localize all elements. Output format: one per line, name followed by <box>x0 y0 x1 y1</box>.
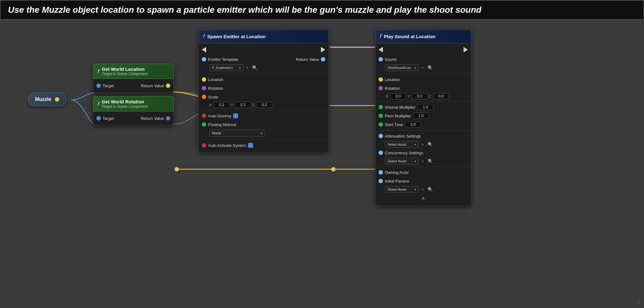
emitter-dropdown-arrow: ▾ <box>239 66 241 70</box>
spawn-location-pin[interactable] <box>202 77 206 82</box>
sound-location-pin[interactable] <box>379 77 383 82</box>
spawn-scale-z-label: Z <box>252 103 255 107</box>
sound-rot-z[interactable] <box>433 93 449 99</box>
spawn-autodestroy-label: Auto Destroy <box>208 114 231 118</box>
sound-volume-label: Volume Multiplier <box>385 105 415 110</box>
spawn-autoactivate-label: Auto Activate System <box>208 143 246 148</box>
spawn-autoactivate-pin[interactable] <box>202 143 206 147</box>
sound-owning-pin[interactable] <box>379 170 383 174</box>
attenuation-search-btn[interactable]: 🔍 <box>426 141 434 147</box>
gwr-f-icon: f <box>98 101 99 107</box>
spawn-scale-row: Scale <box>199 93 328 101</box>
sound-rotation-values: X Y Z <box>375 93 471 100</box>
pooling-dropdown[interactable]: None ▾ <box>209 129 265 137</box>
sound-f-icon: f <box>380 34 381 39</box>
spawn-exec-out[interactable] <box>321 47 325 52</box>
spawn-emitter-pin[interactable] <box>202 57 206 61</box>
emitter-dropdown[interactable]: P_Explosion1 ▾ <box>209 64 243 71</box>
spawn-rotation-row: Rotation <box>199 84 328 93</box>
sound-rotation-label: Rotation <box>385 86 400 91</box>
sound-pitch-row: Pitch Multiplier <box>375 111 471 120</box>
sound-params-pin[interactable] <box>379 179 383 183</box>
sound-exec-out[interactable] <box>464 47 468 52</box>
gwl-header: f Get World Location Target is Scene Com… <box>93 64 174 79</box>
gwr-return-label: Return Value <box>141 116 164 121</box>
muzzle-node[interactable]: Muzzle <box>28 93 66 106</box>
emitter-search-btn[interactable]: 🔍 <box>251 65 259 71</box>
sound-pitch-input[interactable] <box>413 113 429 119</box>
concurrency-dropdown[interactable]: Select Asset ▾ <box>385 158 419 165</box>
gwl-target-label: Target <box>103 84 114 88</box>
sound-pitch-pin[interactable] <box>379 114 383 118</box>
attenuation-arrow: ▾ <box>415 143 416 146</box>
pooling-arrow: ▾ <box>261 132 262 135</box>
sound-start-row: Start Time <box>375 120 471 129</box>
sound-owning-label: Owning Actor <box>385 170 409 175</box>
sound-attenuation-pin[interactable] <box>379 134 383 138</box>
sound-concurrency-label: Concurrency Settings <box>385 151 423 155</box>
sound-volume-input[interactable] <box>417 104 433 110</box>
sound-concurrency-asset-row: Select Asset ▾ + 🔍 <box>375 157 471 165</box>
spawn-autoactivate-row: Auto Activate System ✓ <box>199 141 328 150</box>
sound-rotation-pin[interactable] <box>379 86 383 90</box>
spawn-autodestroy-checkbox[interactable]: ✓ <box>233 113 238 118</box>
gwr-target-row: Target Return Value <box>93 114 173 123</box>
spawn-rotation-pin[interactable] <box>202 86 206 90</box>
params-search-btn[interactable]: 🔍 <box>426 186 434 192</box>
spawn-node: f Spawn Emitter at Location Emitter Temp… <box>198 29 329 152</box>
spawn-emitter-label: Emitter Template <box>208 57 238 62</box>
sound-body: Sound ShotSoundCue ▾ + 🔍 Location Rotati… <box>375 43 471 206</box>
sound-pitch-label: Pitch Multiplier <box>385 114 411 118</box>
spawn-scale-z[interactable] <box>256 102 272 108</box>
gwl-return-label: Return Value <box>141 84 164 88</box>
gwl-return-pin[interactable] <box>166 84 170 88</box>
spawn-pooling-pin[interactable] <box>202 122 206 127</box>
sound-concurrency-pin[interactable] <box>379 151 383 155</box>
params-dropdown[interactable]: Select Asset ▾ <box>385 186 419 193</box>
spawn-scale-x[interactable] <box>213 102 229 108</box>
gwl-title: Get World Location <box>102 66 148 72</box>
gwl-target-row: Target Return Value <box>93 81 173 90</box>
spawn-scale-label: Scale <box>208 95 218 99</box>
sound-start-input[interactable] <box>405 121 421 128</box>
spawn-autodestroy-pin[interactable] <box>202 114 206 118</box>
spawn-scale-x-label: X <box>209 103 211 107</box>
params-add-btn[interactable]: + <box>420 186 425 192</box>
sound-start-pin[interactable] <box>379 122 383 127</box>
gwl-subtitle: Target is Scene Component <box>102 72 148 76</box>
attenuation-add-btn[interactable]: + <box>420 141 425 147</box>
sound-collapse-btn[interactable]: ∧ <box>421 195 425 201</box>
svg-point-1 <box>331 167 335 171</box>
concurrency-search-btn[interactable]: 🔍 <box>426 158 434 164</box>
params-arrow: ▾ <box>415 188 416 191</box>
sound-rot-y[interactable] <box>412 93 428 99</box>
gwr-return-pin[interactable] <box>166 116 170 120</box>
sound-params-row: Initial Params <box>375 177 471 185</box>
sound-rot-x-label: X <box>386 94 388 98</box>
attenuation-dropdown[interactable]: Select Asset ▾ <box>385 141 419 148</box>
title-text: Use the Muzzle object location to spawn … <box>8 5 482 15</box>
spawn-scale-y[interactable] <box>235 102 251 108</box>
sound-exec-in[interactable] <box>379 47 383 52</box>
spawn-autoactivate-checkbox[interactable]: ✓ <box>248 143 253 148</box>
sound-attenuation-asset-row: Select Asset ▾ + 🔍 <box>375 140 471 148</box>
sound-exec-row <box>375 46 471 54</box>
sound-volume-pin[interactable] <box>379 105 383 109</box>
sound-sound-pin[interactable] <box>379 57 383 61</box>
gwr-header: f Get World Rotation Target is Scene Com… <box>93 96 174 111</box>
gwr-target-pin[interactable] <box>96 116 101 120</box>
sound-add-btn[interactable]: + <box>420 65 425 71</box>
concurrency-add-btn[interactable]: + <box>420 158 425 164</box>
spawn-exec-in[interactable] <box>202 47 206 52</box>
spawn-return-pin[interactable] <box>321 57 325 61</box>
spawn-rotation-label: Rotation <box>208 86 223 91</box>
spawn-scale-pin[interactable] <box>202 95 206 99</box>
sound-search-btn[interactable]: 🔍 <box>426 65 434 71</box>
emitter-add-btn[interactable]: + <box>245 65 250 71</box>
gwl-target-pin[interactable] <box>96 84 101 88</box>
sound-dropdown[interactable]: ShotSoundCue ▾ <box>385 64 419 71</box>
muzzle-output-pin[interactable] <box>55 97 59 102</box>
sound-title: Play Sound at Location <box>384 34 435 39</box>
sound-rot-x[interactable] <box>390 93 406 99</box>
gwr-target-label: Target <box>103 116 114 121</box>
